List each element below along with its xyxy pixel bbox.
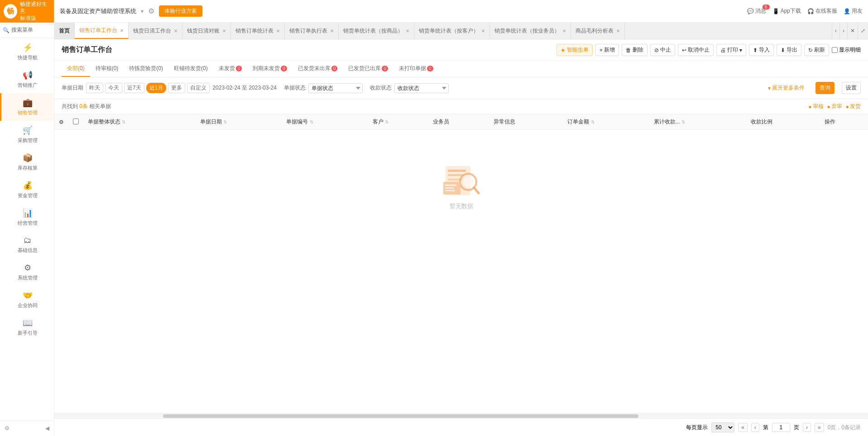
sidebar: 畅 畅捷通好生意 标准版 🔍 搜索菜单 ⚡ 快捷导航 📢 营销推广 💼 销售管理…: [0, 0, 54, 436]
sub-tab-pending-verify[interactable]: 待拣货验货(0): [124, 61, 168, 77]
date-btn-last7[interactable]: 近7天: [124, 83, 144, 93]
date-btn-today[interactable]: 今天: [105, 83, 122, 93]
ai-generate-button[interactable]: ★ 智能生单: [556, 44, 593, 56]
tab-next-arrow[interactable]: ›: [839, 23, 847, 39]
sidebar-item-inventory[interactable]: 📦 库存核算: [0, 148, 54, 176]
sidebar-item-sales[interactable]: 💼 销售管理: [0, 93, 54, 121]
sub-tab-pending-review[interactable]: 待审核(0): [90, 61, 124, 77]
filter-status: 单据状态 单据状态: [284, 83, 363, 93]
tab-cash-daily[interactable]: 钱货日清工作台 ✕: [129, 23, 182, 39]
export-button[interactable]: ⬇ 导出: [777, 44, 801, 56]
show-detail-checkbox-label[interactable]: 显示明细: [832, 46, 861, 54]
tab-sales-summary-product[interactable]: 销货单统计表（按商品） ✕: [339, 23, 414, 39]
filter-date-buttons: 昨天 今天 近7天 近1月 更多 自定义: [86, 83, 210, 93]
tab-close-all[interactable]: ✕: [847, 23, 858, 39]
topbar-dropdown-icon[interactable]: ▾: [141, 8, 144, 14]
sort-status-icon[interactable]: ⇅: [122, 119, 125, 124]
tab-close-sales-workbench[interactable]: ✕: [120, 28, 124, 33]
tab-close-summary-staff[interactable]: ✕: [562, 28, 566, 33]
sidebar-item-guide[interactable]: 📖 新手引导: [0, 313, 54, 341]
show-detail-checkbox[interactable]: [832, 47, 838, 53]
print-button[interactable]: 🖨 打印 ▾: [716, 44, 746, 56]
sidebar-item-operations[interactable]: 📊 经营管理: [0, 204, 54, 231]
sales-icon: 💼: [23, 98, 33, 108]
solution-button[interactable]: 体验行业方案: [159, 5, 202, 17]
sort-date-icon[interactable]: ⇅: [223, 119, 227, 124]
tab-close-sales-exec[interactable]: ✕: [330, 28, 334, 33]
app-download-action[interactable]: 📱 App下载: [772, 7, 801, 15]
col-amount: 订单金额 ⇅: [563, 114, 649, 130]
sidebar-item-marketing[interactable]: 📢 营销推广: [0, 66, 54, 93]
date-btn-custom[interactable]: 自定义: [187, 83, 210, 93]
sidebar-collapse-icon[interactable]: ◀: [45, 425, 49, 431]
sort-customer-icon[interactable]: ⇅: [385, 119, 388, 124]
page-last-button[interactable]: »: [815, 423, 824, 432]
tab-close-summary-product[interactable]: ✕: [406, 28, 409, 33]
refresh-button[interactable]: ↻ 刷新: [804, 44, 829, 56]
page-number-input[interactable]: [772, 423, 790, 432]
tab-sales-workbench[interactable]: 销售订单工作台 ✕: [75, 23, 129, 39]
tab-close-sales-stats[interactable]: ✕: [276, 28, 280, 33]
sidebar-item-purchase[interactable]: 🛒 采购管理: [0, 121, 54, 148]
horizontal-scrollbar[interactable]: [54, 413, 868, 418]
import-button[interactable]: ⬆ 导入: [749, 44, 774, 56]
sub-tab-not-printed[interactable]: 未打印单据0: [393, 61, 439, 77]
tab-sales-summary-staff[interactable]: 销货单统计表（按业务员） ✕: [490, 23, 571, 39]
sidebar-item-finance[interactable]: 💰 资金管理: [0, 176, 54, 204]
sidebar-search[interactable]: 🔍 搜索菜单: [0, 23, 54, 38]
tab-close-cash-daily[interactable]: ✕: [174, 28, 177, 33]
tab-sales-summary-customer[interactable]: 销货单统计表（按客户） ✕: [414, 23, 490, 39]
sort-cumulative-icon[interactable]: ⇅: [681, 119, 685, 124]
delete-button[interactable]: 🗑 删除: [622, 44, 647, 56]
sidebar-item-quicknav[interactable]: ⚡ 快捷导航: [0, 38, 54, 66]
col-checkbox[interactable]: [68, 114, 83, 130]
filter-settings-button[interactable]: 设置: [842, 82, 861, 94]
batch-review-button[interactable]: ● 审核: [808, 103, 823, 110]
stop-button[interactable]: ⊘ 中止: [650, 44, 675, 56]
tab-sales-stats[interactable]: 销售订单统计表 ✕: [231, 23, 285, 39]
tab-close-cash-reconcile[interactable]: ✕: [222, 28, 226, 33]
page-prev-button[interactable]: ‹: [751, 423, 759, 432]
date-btn-last1month[interactable]: 近1月: [146, 83, 167, 93]
message-action[interactable]: 💬 消息 6: [747, 7, 766, 15]
tab-cash-reconcile[interactable]: 钱货日清对账 ✕: [182, 23, 231, 39]
col-gear[interactable]: ⚙: [54, 114, 68, 130]
date-btn-more[interactable]: 更多: [168, 83, 185, 93]
tab-maximize[interactable]: ⤢: [858, 23, 868, 39]
sidebar-settings-icon[interactable]: ⚙: [5, 425, 10, 431]
sub-tab-shipped-not-out[interactable]: 已发货未出库0: [293, 61, 343, 77]
select-all-checkbox[interactable]: [73, 118, 79, 124]
sidebar-item-system[interactable]: ⚙ 系统管理: [0, 258, 54, 286]
sort-number-icon[interactable]: ⇅: [310, 119, 313, 124]
sub-tab-shipped-out[interactable]: 已发货已出库0: [343, 61, 393, 77]
online-service-action[interactable]: 🎧 在线客服: [807, 7, 837, 15]
expand-filter-button[interactable]: ▾ 展开更多条件: [768, 84, 805, 92]
page-size-select[interactable]: 50 10 20 100: [711, 422, 734, 432]
cancel-stop-button[interactable]: ↩ 取消中止: [678, 44, 714, 56]
sub-tab-wangpu[interactable]: 旺铺待发货(0): [168, 61, 213, 77]
page-first-button[interactable]: «: [738, 423, 748, 432]
query-button[interactable]: 查询: [815, 82, 834, 94]
add-button[interactable]: + 新增: [595, 44, 619, 56]
sidebar-item-enterprise[interactable]: 🤝 企业协同: [0, 286, 54, 313]
topbar-settings-icon[interactable]: ⚙: [148, 7, 154, 15]
sort-amount-icon[interactable]: ⇅: [591, 119, 595, 124]
scrollbar-thumb[interactable]: [163, 414, 638, 418]
status-select[interactable]: 单据状态: [308, 83, 363, 93]
tab-sales-exec[interactable]: 销售订单执行表 ✕: [285, 23, 339, 39]
tab-prev-arrow[interactable]: ‹: [832, 23, 839, 39]
tab-close-summary-customer[interactable]: ✕: [481, 28, 485, 33]
sub-tab-overdue[interactable]: 到期未发货0: [247, 61, 293, 77]
date-btn-yesterday[interactable]: 昨天: [86, 83, 103, 93]
sub-tab-all[interactable]: 全部(0): [62, 61, 90, 77]
tab-product-margin[interactable]: 商品毛利分析表 ✕: [571, 23, 625, 39]
page-next-button[interactable]: ›: [803, 423, 811, 432]
tab-close-product-margin[interactable]: ✕: [616, 28, 620, 33]
batch-ship-button[interactable]: ● 发货: [846, 103, 861, 110]
user-action[interactable]: 👤 用友: [844, 7, 863, 15]
payment-select[interactable]: 收款状态: [394, 83, 449, 93]
sub-tab-not-shipped[interactable]: 未发货0: [213, 61, 248, 77]
tab-home[interactable]: 首页: [54, 23, 75, 39]
sidebar-item-basic[interactable]: 🗂 基础信息: [0, 231, 54, 258]
batch-unreview-button[interactable]: ● 弃审: [827, 103, 842, 110]
